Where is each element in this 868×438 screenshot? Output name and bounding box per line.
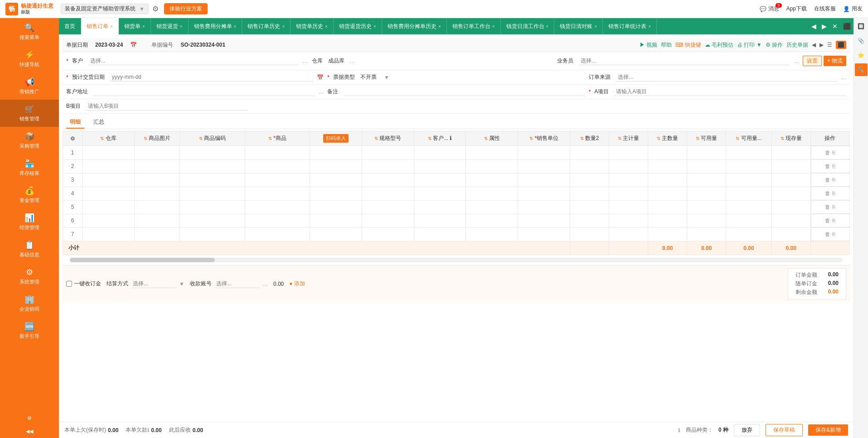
row-warehouse-4[interactable] (82, 187, 135, 200)
tab-home[interactable]: 首页 (59, 18, 81, 34)
add-btn[interactable]: ● 添加 (289, 280, 305, 288)
right-panel-icon-2[interactable]: 📎 (855, 34, 868, 47)
row-available2-6[interactable] (726, 214, 771, 227)
calendar-icon[interactable]: 📅 (130, 42, 137, 48)
row-customer-code-3[interactable] (414, 173, 466, 187)
delete-icon-5[interactable]: 🗑 (825, 204, 830, 210)
delete-icon-4[interactable]: 🗑 (825, 190, 830, 197)
product-types-info[interactable]: ℹ (678, 427, 680, 433)
print-link[interactable]: 🖨 打印 ▼ (737, 41, 762, 49)
sidebar-item-system[interactable]: ⚙ 系统管理 (0, 263, 59, 290)
row-unit-2[interactable] (518, 159, 570, 173)
row-code-5[interactable] (180, 200, 245, 214)
right-panel-icon-1[interactable]: 🔲 (855, 20, 868, 33)
row-available2-3[interactable] (726, 173, 771, 187)
delete-icon-7[interactable]: 🗑 (825, 231, 830, 237)
row-main-unit-2[interactable] (609, 159, 648, 173)
row-main-unit-5[interactable] (609, 200, 648, 214)
right-panel-icon-3[interactable]: ⭐ (855, 49, 868, 62)
row-product-6[interactable] (245, 214, 310, 227)
message-badge-area[interactable]: 💬 9 消息 (760, 5, 779, 13)
help-link[interactable]: 帮助 (661, 41, 672, 49)
sidebar-item-enterprise[interactable]: 🏢 企业协同 (0, 290, 59, 317)
row-main-unit-6[interactable] (609, 214, 648, 227)
tab-stats-close[interactable]: × (648, 24, 651, 29)
row-main-unit-3[interactable] (609, 173, 648, 187)
row-spec-4[interactable] (362, 187, 414, 200)
row-code-1[interactable] (180, 146, 245, 160)
row-warehouse-7[interactable] (82, 227, 135, 241)
row-customer-code-4[interactable] (414, 187, 466, 200)
table-scrollbar[interactable] (70, 258, 843, 262)
row-available2-2[interactable] (726, 159, 771, 173)
sidebar-item-operations[interactable]: 📊 经营管理 (0, 208, 59, 236)
gear-icon[interactable]: ⚙ (152, 5, 159, 13)
row-qty2-1[interactable] (570, 146, 609, 160)
sidebar-item-purchase[interactable]: 📦 采购管理 (0, 127, 59, 154)
row-main-unit-7[interactable] (609, 227, 648, 241)
row-qty2-4[interactable] (570, 187, 609, 200)
th-customer-code[interactable]: ⇅ 客户... ℹ (414, 131, 466, 146)
th-available2[interactable]: ⇅ 可用量... (726, 131, 771, 146)
row-product-5[interactable] (245, 200, 310, 214)
row-available-4[interactable] (687, 187, 726, 200)
one-click-checkbox-label[interactable]: 一键收订金 (66, 280, 101, 288)
tab-expense[interactable]: 销售费用分摊单 × (189, 18, 242, 34)
th-current[interactable]: ⇅ 现存量 (771, 131, 810, 146)
row-product-1[interactable] (245, 146, 310, 160)
row-available2-4[interactable] (726, 187, 771, 200)
row-product-3[interactable] (245, 173, 310, 187)
row-attrs-2[interactable] (466, 159, 518, 173)
tab-expense-history[interactable]: 销售费用分摊单历史 × (382, 18, 447, 34)
row-available2-1[interactable] (726, 146, 771, 160)
row-spec-5[interactable] (362, 200, 414, 214)
system-selector[interactable]: 装备及固定资产辅助管理系统 ▼ (61, 4, 149, 14)
tab-return-close[interactable]: × (180, 24, 183, 29)
row-main-qty-5[interactable] (648, 200, 687, 214)
row-customer-code-1[interactable] (414, 146, 466, 160)
row-spec-1[interactable] (362, 146, 414, 160)
right-panel-icon-4[interactable]: 🔧 (855, 63, 868, 76)
tab-sales-order[interactable]: 销售订单 × (81, 18, 119, 34)
tab-reconcile[interactable]: 钱货日清对账 × (554, 18, 603, 34)
row-unit-4[interactable] (518, 187, 570, 200)
th-settings[interactable]: ⚙ (63, 131, 82, 146)
order-source-input[interactable] (616, 73, 837, 82)
account-input[interactable] (214, 279, 260, 288)
app-download-link[interactable]: App下载 (786, 5, 807, 13)
row-qty2-7[interactable] (570, 227, 609, 241)
row-code-7[interactable] (180, 227, 245, 241)
sidebar-item-inventory[interactable]: 🏪 库存核算 (0, 154, 59, 181)
row-code-6[interactable] (180, 214, 245, 227)
sidebar-item-guide[interactable]: 🆕 新手引导 (0, 317, 59, 344)
tab-slip-history-close[interactable]: × (325, 24, 328, 29)
tab-sales-slip[interactable]: 销货单 × (119, 18, 151, 34)
nav-next-btn[interactable]: ▶ (820, 42, 824, 48)
row-qty2-2[interactable] (570, 159, 609, 173)
row-attrs-4[interactable] (466, 187, 518, 200)
nav-prev-btn[interactable]: ◀ (812, 42, 816, 48)
row-qty2-5[interactable] (570, 200, 609, 214)
tab-slip-history[interactable]: 销货单历史 × (291, 18, 334, 34)
row-warehouse-5[interactable] (82, 200, 135, 214)
tab-prev-btn[interactable]: ◀ (809, 23, 819, 30)
row-product-2[interactable] (245, 159, 310, 173)
row-current-2[interactable] (771, 159, 810, 173)
tab-cash-workbench-close[interactable]: × (546, 24, 549, 29)
history-link[interactable]: 历史单据 (786, 41, 808, 49)
tab-order-workbench[interactable]: 销售订单工作台 × (447, 18, 501, 34)
row-main-qty-7[interactable] (648, 227, 687, 241)
profit-link[interactable]: ☁ 毛利预估 (705, 41, 733, 49)
row-attrs-7[interactable] (466, 227, 518, 241)
row-available-7[interactable] (687, 227, 726, 241)
tab-order-history-close[interactable]: × (282, 24, 285, 29)
row-product-4[interactable] (245, 187, 310, 200)
sidebar-item-marketing[interactable]: 📢 营销推广 (0, 72, 59, 100)
b-project-input[interactable] (86, 102, 247, 111)
th-code[interactable]: ⇅ 商品编码 (180, 131, 245, 146)
settlement-arrow[interactable]: ▼ (179, 281, 184, 287)
row-customer-code-7[interactable] (414, 227, 466, 241)
operation-link[interactable]: ⚙ 操作 (766, 41, 783, 49)
th-product[interactable]: ⇅ *商品 (245, 131, 310, 146)
row-current-4[interactable] (771, 187, 810, 200)
